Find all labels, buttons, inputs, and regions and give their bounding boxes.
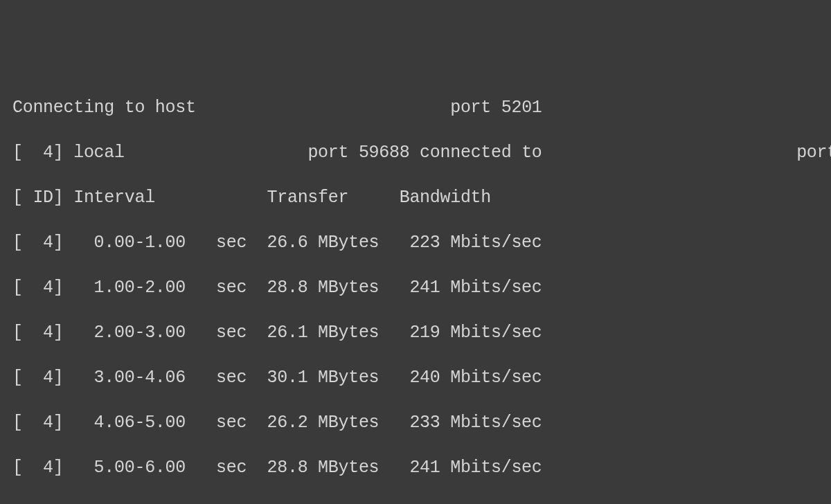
local-port: port 59688 connected to bbox=[307, 143, 542, 163]
interval-row: [ 4] 5.00-6.00 sec 28.8 MBytes 241 Mbits… bbox=[12, 457, 819, 480]
local-prefix: [ 4] local bbox=[12, 143, 125, 163]
interval-row: [ 4] 2.00-3.00 sec 26.1 MBytes 219 Mbits… bbox=[12, 322, 819, 345]
connecting-line: Connecting to host port 5201 bbox=[12, 97, 819, 120]
local-line: [ 4] local port 59688 connected to port … bbox=[12, 142, 819, 165]
interval-row: [ 4] 0.00-1.00 sec 26.6 MBytes 223 Mbits… bbox=[12, 232, 819, 255]
columns-header: [ ID] Interval Transfer Bandwidth bbox=[12, 187, 819, 210]
local-remote-port: port 5201 bbox=[796, 143, 831, 163]
connecting-port: port 5201 bbox=[450, 98, 542, 118]
interval-row: [ 4] 3.00-4.06 sec 30.1 MBytes 240 Mbits… bbox=[12, 367, 819, 390]
connecting-prefix: Connecting to host bbox=[12, 98, 196, 118]
interval-row: [ 4] 1.00-2.00 sec 28.8 MBytes 241 Mbits… bbox=[12, 277, 819, 300]
interval-row: [ 4] 4.06-5.00 sec 26.2 MBytes 233 Mbits… bbox=[12, 412, 819, 435]
